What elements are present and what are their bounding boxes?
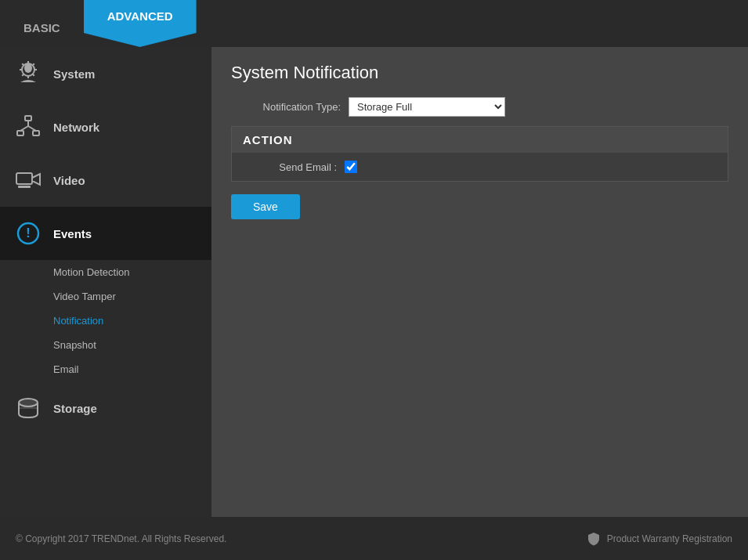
svg-text:!: ! [26, 226, 30, 240]
sidebar-item-system[interactable]: System [0, 47, 211, 100]
svg-line-16 [28, 126, 36, 131]
save-button[interactable]: Save [231, 194, 300, 219]
sidebar-item-network-label: Network [53, 121, 99, 134]
system-icon [13, 58, 44, 89]
sidebar-item-video[interactable]: Video [0, 154, 211, 207]
svg-rect-11 [25, 116, 31, 121]
svg-rect-13 [33, 131, 39, 135]
notification-type-row: Notification Type: Storage Full [231, 97, 728, 117]
sidebar-sub-motion-detection[interactable]: Motion Detection [0, 260, 211, 284]
send-email-checkbox[interactable] [345, 161, 357, 173]
shield-icon [587, 532, 601, 546]
storage-icon [13, 392, 44, 424]
sidebar-sub-email[interactable]: Email [0, 357, 211, 381]
sidebar-item-network[interactable]: Network [0, 100, 211, 154]
svg-line-8 [33, 63, 34, 65]
content-area: System Notification Notification Type: S… [211, 47, 748, 517]
video-icon [13, 164, 44, 196]
svg-line-9 [22, 74, 23, 76]
sidebar-item-system-label: System [53, 67, 95, 81]
sidebar: System Network [0, 47, 211, 517]
network-icon [13, 111, 44, 143]
sidebar-item-storage[interactable]: Storage [0, 381, 211, 435]
svg-point-23 [19, 399, 38, 406]
tab-basic[interactable]: BASIC [0, 8, 84, 47]
tab-advanced[interactable]: ADVANCED [84, 0, 197, 47]
sidebar-sub-notification[interactable]: Notification [0, 309, 211, 333]
footer: © Copyright 2017 TRENDnet. All Rights Re… [0, 517, 748, 560]
svg-line-15 [20, 126, 28, 131]
send-email-label: Send Email : [243, 161, 345, 173]
notification-type-select[interactable]: Storage Full [349, 97, 505, 117]
sidebar-item-video-label: Video [53, 174, 85, 187]
copyright-text: © Copyright 2017 TRENDnet. All Rights Re… [16, 533, 226, 544]
warranty-text: Product Warranty Registration [607, 533, 732, 544]
action-section: ACTION Send Email : [231, 126, 728, 182]
svg-rect-12 [17, 131, 23, 135]
sidebar-sub-video-tamper[interactable]: Video Tamper [0, 284, 211, 309]
sidebar-item-events[interactable]: ! Events [0, 207, 211, 260]
top-tab-bar: BASIC ADVANCED [0, 0, 748, 47]
svg-line-6 [22, 63, 23, 65]
svg-point-10 [24, 63, 32, 73]
sidebar-item-events-label: Events [53, 227, 92, 240]
svg-marker-18 [32, 174, 40, 185]
action-header: ACTION [232, 127, 728, 153]
svg-rect-19 [18, 186, 31, 188]
notification-type-label: Notification Type: [231, 101, 349, 113]
svg-rect-17 [16, 173, 32, 184]
svg-line-7 [33, 74, 34, 76]
events-icon: ! [13, 218, 44, 249]
sidebar-item-storage-label: Storage [53, 402, 97, 415]
sidebar-sub-snapshot[interactable]: Snapshot [0, 333, 211, 357]
page-title: System Notification [231, 63, 728, 83]
footer-right: Product Warranty Registration [587, 532, 732, 546]
send-email-row: Send Email : [232, 153, 728, 181]
main-layout: System Network [0, 47, 748, 517]
